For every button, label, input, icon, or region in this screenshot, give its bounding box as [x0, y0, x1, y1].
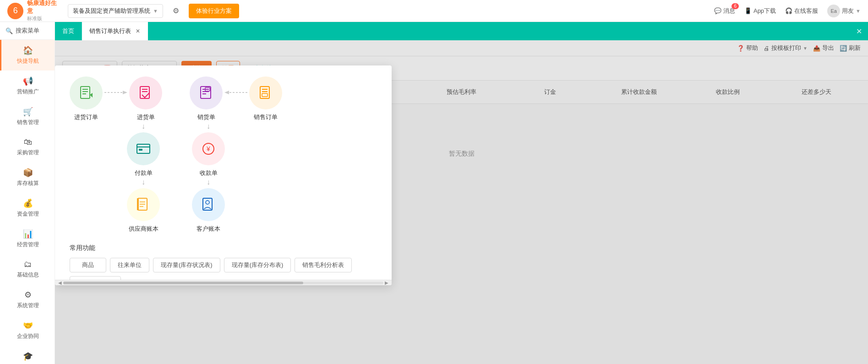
message-icon: 💬 — [714, 7, 721, 14]
common-functions-title: 常用功能 — [70, 244, 377, 252]
sidebar-item-label: 企业协同 — [17, 332, 39, 340]
system-selector[interactable]: 装备及固定资产辅助管理系统 ▼ — [68, 4, 163, 18]
sidebar-item-label: 采购管理 — [17, 149, 39, 157]
customer-ledger-icon — [192, 188, 225, 221]
modal-overlay[interactable]: 进货订单 — [55, 40, 868, 364]
sidebar-item-system[interactable]: ⚙ 系统管理 — [0, 284, 55, 315]
svg-rect-7 — [140, 87, 149, 98]
arrow-down-receipt: ↓ — [207, 122, 210, 130]
sidebar-item-label: 系统管理 — [17, 302, 39, 310]
sidebar-item-operations[interactable]: 📊 经营管理 — [0, 223, 55, 254]
app-download-button[interactable]: 📱 App下载 — [744, 7, 776, 15]
money-icon: 💰 — [23, 198, 33, 208]
flow-item-supplier-ledger[interactable]: 供应商账本 — [127, 188, 160, 233]
chart-icon: 📊 — [23, 229, 33, 239]
tab-bar: 首页 销售订单执行表 ✕ ✕ — [55, 22, 868, 40]
purchase-bill-icon — [129, 76, 162, 109]
scroll-right-arrow[interactable]: ▶ — [383, 280, 390, 285]
arrow-down-customer: ↓ — [207, 178, 210, 186]
sidebar-item-purchase[interactable]: 🛍 采购管理 — [0, 132, 55, 162]
bag-icon: 🛍 — [24, 137, 32, 147]
sidebar-item-label: 资金管理 — [17, 210, 39, 218]
func-button-4[interactable]: 销售毛利分析表 — [295, 258, 352, 272]
handshake-icon: 🤝 — [23, 321, 33, 331]
sidebar-item-label: 库存核算 — [17, 179, 39, 187]
message-badge: 6 — [732, 3, 739, 9]
svg-rect-28 — [262, 93, 267, 97]
quick-nav-modal: 进货订单 — [55, 65, 392, 285]
sidebar-item-finance[interactable]: 💰 资金管理 — [0, 193, 55, 223]
logo-area: 6 畅康通好生意 标准版 — [7, 0, 62, 22]
arrow-down-payment: ↓ — [142, 122, 145, 130]
tab-bar-close-button[interactable]: ✕ — [850, 22, 868, 40]
func-button-1[interactable]: 往来单位 — [110, 258, 149, 272]
flow-item-payment[interactable]: 付款单 — [127, 132, 160, 177]
tab-close-icon[interactable]: ✕ — [136, 28, 140, 34]
svg-rect-18 — [201, 87, 211, 98]
gear-icon: ⚙ — [24, 290, 32, 300]
tab-home[interactable]: 首页 — [55, 22, 82, 40]
svg-point-32 — [206, 201, 209, 204]
sidebar: 🔍 搜索菜单 🏠 快捷导航 📢 营销推广 🛒 销售管理 🛍 采购管理 📦 — [0, 22, 55, 364]
sidebar-item-marketing[interactable]: 📢 营销推广 — [0, 71, 55, 101]
sidebar-item-enterprise[interactable]: 🤝 企业协同 — [0, 315, 55, 346]
scrollbar-thumb — [63, 282, 303, 284]
sidebar-item-label: 经营管理 — [17, 241, 39, 249]
receipt-icon: ¥ — [192, 132, 225, 165]
trial-button[interactable]: 体验行业方案 — [189, 4, 239, 18]
svg-rect-10 — [137, 144, 150, 153]
avatar: Ea — [827, 5, 840, 17]
arrow-down-supplier: ↓ — [142, 178, 145, 186]
flow-item-customer-ledger[interactable]: 客户账本 — [192, 188, 225, 233]
tab-home-label: 首页 — [62, 27, 74, 35]
sidebar-item-inventory[interactable]: 📦 库存核算 — [0, 162, 55, 193]
svg-marker-6 — [123, 91, 127, 94]
tab-label: 销售订单执行表 — [89, 27, 131, 35]
sidebar-item-label: 基础信息 — [17, 271, 39, 279]
supplier-ledger-icon — [127, 188, 160, 221]
sidebar-item-label: 销售管理 — [17, 119, 39, 126]
flow-item-receipt[interactable]: ¥ 收款单 — [192, 132, 225, 177]
scroll-left-arrow[interactable]: ◀ — [57, 280, 63, 285]
user-menu[interactable]: Ea 用友 ▼ — [827, 5, 861, 17]
gear-button[interactable]: ⚙ — [169, 4, 183, 18]
sidebar-item-base[interactable]: 🗂 基础信息 — [0, 254, 55, 284]
svg-marker-24 — [224, 91, 229, 94]
flow-item-sales-bill[interactable]: 销货单 — [190, 76, 223, 121]
online-service-button[interactable]: 🎧 在线客服 — [785, 7, 818, 15]
purchase-order-icon — [70, 76, 103, 109]
search-menu-button[interactable]: 🔍 搜索菜单 — [0, 22, 55, 40]
sidebar-item-label: 营销推广 — [17, 88, 39, 96]
message-button[interactable]: 💬 消息 6 — [714, 7, 735, 15]
graduation-icon: 🎓 — [23, 351, 33, 361]
logo-icon: 6 — [7, 3, 23, 19]
chevron-down-icon: ▼ — [856, 8, 861, 14]
flow-item-purchase-order[interactable]: 进货订单 — [70, 76, 103, 121]
home-icon: 🏠 — [23, 45, 33, 55]
headset-icon: 🎧 — [785, 7, 792, 14]
flow-item-sales-order[interactable]: 销售订单 — [249, 76, 282, 121]
flow-item-purchase-bill[interactable]: 进货单 — [129, 76, 162, 121]
func-button-2[interactable]: 现存量(库存状况表) — [153, 258, 220, 272]
system-name-label: 装备及固定资产辅助管理系统 — [73, 7, 150, 15]
tab-sales-order-exec[interactable]: 销售订单执行表 ✕ — [82, 22, 148, 40]
megaphone-icon: 📢 — [23, 76, 33, 86]
sidebar-item-label: 快捷导航 — [17, 57, 39, 65]
search-menu-label: 搜索菜单 — [16, 27, 39, 35]
func-button-3[interactable]: 现存量(库存分布表) — [224, 258, 291, 272]
page-content: ❓ 帮助 🖨 按模板打印 ▼ 📤 导出 🔄 刷新 — [55, 40, 868, 364]
folder-icon: 🗂 — [24, 260, 32, 269]
func-button-0[interactable]: 商品 — [70, 258, 106, 272]
sidebar-item-newbie[interactable]: 🎓 新手引导 — [0, 346, 55, 364]
sidebar-item-quick-nav[interactable]: 🏠 快捷导航 — [0, 40, 55, 71]
download-icon: 📱 — [744, 7, 752, 14]
box-icon: 📦 — [23, 168, 33, 178]
svg-rect-0 — [81, 87, 90, 98]
sales-bill-icon — [190, 76, 223, 109]
payment-icon — [127, 132, 160, 165]
sidebar-item-sales[interactable]: 🛒 销售管理 — [0, 101, 55, 132]
svg-text:¥: ¥ — [206, 145, 210, 152]
svg-rect-12 — [139, 149, 142, 151]
modal-scrollbar[interactable]: ◀ ▶ — [55, 280, 392, 285]
search-icon: 🔍 — [5, 27, 13, 34]
